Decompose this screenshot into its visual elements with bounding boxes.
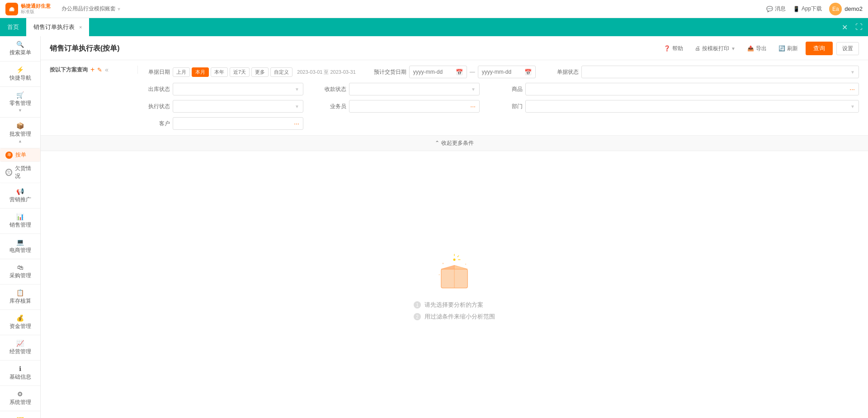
logo-area: 畅捷通好生意 标准版 <box>5 3 51 15</box>
sidebar-item-basic[interactable]: ℹ 基础信息 <box>0 361 40 386</box>
date-more[interactable]: 更多 <box>251 67 269 77</box>
breadcrumb-arrow[interactable]: ▾ <box>118 6 120 12</box>
system-icon: ⚙ <box>17 390 23 398</box>
exec-arrow-icon: ▼ <box>295 104 299 109</box>
sidebar-label-quicknav: 快捷导航 <box>9 74 31 82</box>
salesman-label: 业务员 <box>321 103 346 110</box>
header-right: 💬 消息 📱 App下载 Ea demo2 <box>766 3 863 15</box>
collapse-bar[interactable]: ⌃ 收起更多条件 <box>41 136 868 151</box>
goods-label: 商品 <box>498 86 523 93</box>
empty-tips: 1 请先选择要分析的方案 2 用过滤条件来缩小分析范围 <box>414 301 495 321</box>
sidebar-item-purchase[interactable]: 🛍 采购管理 <box>0 259 40 285</box>
forecast-end-input[interactable] <box>482 69 523 75</box>
user-name: demo2 <box>844 5 863 12</box>
svg-line-7 <box>458 256 459 257</box>
customer-more-icon[interactable]: ··· <box>294 120 299 127</box>
help-btn[interactable]: ❓ 帮助 <box>660 43 687 55</box>
debt-dot: 欠 <box>5 169 12 176</box>
ecommerce-icon: 💻 <box>16 238 24 246</box>
sidebar-label-purchase: 采购管理 <box>9 272 31 280</box>
window-close-btn[interactable]: ✕ <box>839 22 850 33</box>
query-btn[interactable]: 查询 <box>806 42 833 55</box>
dept-select[interactable]: ▼ <box>525 100 859 113</box>
empty-state: 1 请先选择要分析的方案 2 用过滤条件来缩小分析范围 <box>41 151 868 418</box>
breadcrumb: 办公用品行业模拟账套 ▾ <box>61 5 120 13</box>
sidebar-label-marketing: 营销推广 <box>9 196 31 204</box>
operation-icon: 📈 <box>16 340 24 347</box>
date-7days[interactable]: 近7天 <box>230 67 250 77</box>
order-dot: 单 <box>5 152 13 159</box>
svg-point-5 <box>453 259 456 261</box>
scheme-add-btn[interactable]: + <box>90 66 94 74</box>
user-area[interactable]: Ea demo2 <box>829 3 863 15</box>
date-this-year[interactable]: 本年 <box>211 67 228 77</box>
forecast-start-input[interactable] <box>413 69 454 75</box>
dept-arrow-icon: ▼ <box>850 104 855 109</box>
sidebar-label-wholesale: 批发管理 <box>9 130 31 138</box>
main-layout: 🔍 搜索菜单 ⚡ 快捷导航 🛒 零售管理 ▼ 📦 批发管理 ▲ 单 按单 欠 欠… <box>0 36 868 418</box>
scheme-edit-btn[interactable]: ✎ <box>97 66 102 73</box>
payment-label: 收款状态 <box>321 86 346 93</box>
export-btn[interactable]: 📤 导出 <box>743 43 771 55</box>
date-custom[interactable]: 自定义 <box>270 67 292 77</box>
app-download-btn[interactable]: 📱 App下载 <box>793 5 822 13</box>
print-btn[interactable]: 🖨 按模板打印 ▼ <box>691 43 740 55</box>
sidebar-item-system[interactable]: ⚙ 系统管理 <box>0 386 40 411</box>
page-header: 销售订单执行表(按单) ❓ 帮助 🖨 按模板打印 ▼ 📤 导出 <box>41 36 868 60</box>
sidebar-item-wholesale[interactable]: 📦 批发管理 ▲ <box>0 118 40 148</box>
sidebar-label-sales: 销售管理 <box>9 221 31 229</box>
empty-tip-1: 1 请先选择要分析的方案 <box>414 301 495 309</box>
tab-sales-order[interactable]: 销售订单执行表 × <box>26 18 89 36</box>
sidebar-item-sales[interactable]: 📊 销售管理 <box>0 209 40 234</box>
forecast-date-start[interactable]: 📅 <box>409 66 467 78</box>
calendar-icon-2: 📅 <box>524 69 532 76</box>
sidebar-item-retail[interactable]: 🛒 零售管理 ▼ <box>0 87 40 118</box>
sidebar-item-inventory[interactable]: 📋 库存核算 <box>0 285 40 310</box>
settings-btn[interactable]: 设置 <box>836 42 859 55</box>
sidebar-item-marketing[interactable]: 📢 营销推广 <box>0 183 40 209</box>
svg-marker-2 <box>441 266 454 269</box>
retail-icon: 🛒 <box>16 91 24 99</box>
message-btn[interactable]: 💬 消息 <box>766 5 786 13</box>
sidebar-sub-order[interactable]: 单 按单 <box>0 148 40 162</box>
sidebar-label-system: 系统管理 <box>9 399 31 406</box>
sidebar-item-ecommerce[interactable]: 💻 电商管理 <box>0 234 40 259</box>
forecast-date-end[interactable]: 📅 <box>478 66 536 78</box>
wholesale-expand-icon: ▲ <box>18 139 22 143</box>
svg-point-10 <box>465 264 467 265</box>
date-last-month[interactable]: 上月 <box>173 67 190 77</box>
date-this-month[interactable]: 本月 <box>192 67 209 77</box>
goods-more-icon[interactable]: ··· <box>849 86 855 93</box>
tab-close-icon[interactable]: × <box>79 24 82 30</box>
goods-select[interactable]: ··· <box>525 83 859 95</box>
sidebar-item-finance[interactable]: 💰 资金管理 <box>0 310 40 335</box>
sidebar-item-operation[interactable]: 📈 经营管理 <box>0 335 40 361</box>
refresh-btn[interactable]: 🔄 刷新 <box>774 43 802 55</box>
sidebar-sub-debt[interactable]: 欠 欠货情况 <box>0 162 40 183</box>
customer-select[interactable]: ··· <box>173 117 303 130</box>
outbound-select[interactable]: ▼ <box>173 83 303 95</box>
forecast-label: 预计交货日期 <box>374 68 406 76</box>
sidebar-item-enterprise[interactable]: 🤝 企业协同 <box>0 411 40 418</box>
top-header: 畅捷通好生意 标准版 办公用品行业模拟账套 ▾ 💬 消息 📱 App下载 Ea … <box>0 0 868 18</box>
customer-label: 客户 <box>145 120 170 128</box>
sidebar-item-quick-nav[interactable]: ⚡ 快捷导航 <box>0 62 40 87</box>
status-select[interactable]: ▼ <box>581 66 859 78</box>
tip-num-1: 1 <box>414 301 421 309</box>
inventory-icon: 📋 <box>16 289 24 296</box>
window-maximize-btn[interactable]: ⛶ <box>854 22 864 33</box>
scheme-query-label: 按以下方案查询 <box>50 66 88 74</box>
sidebar-label-operation: 经营管理 <box>9 348 31 356</box>
exec-select[interactable]: ▼ <box>173 100 303 113</box>
status-arrow-icon: ▼ <box>850 70 855 75</box>
status-label: 单据状态 <box>554 68 579 76</box>
salesman-select[interactable]: ··· <box>349 100 480 113</box>
payment-select[interactable]: ▼ <box>349 83 480 95</box>
salesman-more-icon[interactable]: ··· <box>470 103 476 110</box>
tab-home[interactable]: 首页 <box>0 18 26 36</box>
empty-tip-2: 2 用过滤条件来缩小分析范围 <box>414 313 495 321</box>
date-label: 单据日期 <box>145 68 170 76</box>
sidebar-item-search[interactable]: 🔍 搜索菜单 <box>0 36 40 62</box>
scheme-collapse-btn[interactable]: « <box>105 66 108 73</box>
content-area: 销售订单执行表(按单) ❓ 帮助 🖨 按模板打印 ▼ 📤 导出 <box>41 36 868 418</box>
